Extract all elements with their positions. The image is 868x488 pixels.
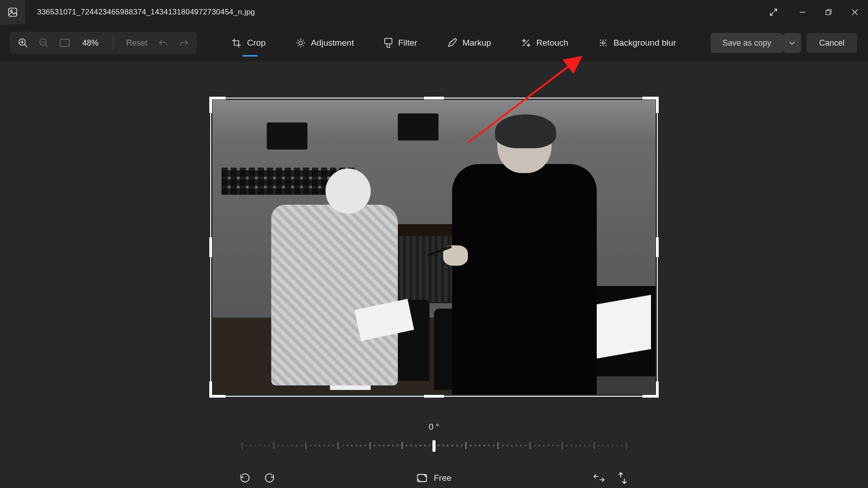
chevron-down-icon [788, 39, 796, 47]
rotate-ccw-button[interactable] [240, 472, 251, 484]
photo-app-icon [7, 7, 18, 18]
rotate-ccw-icon [240, 472, 251, 484]
svg-point-9 [600, 40, 601, 41]
editor-toolbar: 48% Reset Crop Adjustment Filter Markup [0, 24, 868, 61]
crop-handle-left[interactable] [209, 237, 212, 257]
svg-rect-3 [826, 11, 830, 15]
redo-icon [179, 38, 189, 48]
minimize-icon [799, 9, 806, 15]
crop-handle-top-right[interactable] [656, 97, 659, 113]
svg-point-17 [605, 45, 606, 46]
save-label: Save as copy [722, 38, 771, 48]
rotate-cw-icon [263, 472, 275, 484]
tab-adjustment[interactable]: Adjustment [295, 35, 355, 51]
rotation-thumb[interactable] [433, 440, 436, 452]
tab-filter[interactable]: Filter [383, 35, 418, 51]
filter-icon [384, 38, 393, 48]
svg-point-11 [605, 40, 606, 41]
tab-background-blur[interactable]: Background blur [597, 35, 677, 51]
svg-rect-0 [9, 8, 17, 16]
crop-handle-right[interactable] [656, 237, 659, 257]
undo-button[interactable] [158, 38, 168, 48]
tab-crop[interactable]: Crop [231, 35, 266, 51]
crop-bottom-controls: Free [240, 467, 628, 488]
svg-point-10 [603, 40, 604, 41]
tab-background-blur-label: Background blur [613, 38, 676, 48]
svg-point-7 [299, 41, 302, 45]
save-as-copy-button[interactable]: Save as copy [711, 33, 783, 53]
redo-button[interactable] [179, 38, 189, 48]
maximize-icon [826, 9, 832, 15]
crop-handle-bottom-left[interactable] [209, 381, 212, 398]
flip-vertical-icon [618, 472, 627, 484]
reset-button[interactable]: Reset [126, 38, 147, 48]
retouch-icon [521, 38, 531, 48]
editor-stage: 0 ° Free [0, 61, 868, 488]
expand-icon [769, 8, 778, 17]
crop-frame[interactable] [210, 98, 658, 397]
cancel-label: Cancel [819, 38, 844, 48]
flip-vertical-button[interactable] [617, 472, 628, 484]
rotate-cw-button[interactable] [263, 472, 275, 484]
aspect-label: Free [434, 473, 451, 483]
aspect-ratio-button[interactable]: Free [416, 473, 451, 483]
crop-handle-top-left[interactable] [209, 97, 212, 113]
close-button[interactable] [842, 0, 868, 24]
svg-point-12 [600, 42, 601, 43]
zoom-fit-button[interactable] [60, 38, 70, 48]
photo-preview[interactable] [212, 100, 656, 394]
app-icon[interactable] [0, 0, 25, 24]
aspect-icon [416, 473, 427, 483]
flip-horizontal-icon [593, 473, 605, 483]
background-blur-icon [598, 38, 608, 48]
crop-icon [231, 38, 241, 48]
fit-icon [60, 39, 70, 47]
fullscreen-button[interactable] [758, 0, 789, 24]
divider [113, 36, 113, 50]
edit-tabs: Crop Adjustment Filter Markup Retouch Ba… [197, 35, 711, 51]
adjustment-icon [296, 38, 306, 48]
maximize-button[interactable] [816, 0, 842, 24]
cancel-button[interactable]: Cancel [807, 33, 857, 53]
minimize-button[interactable] [789, 0, 816, 24]
title-bar: 336531071_724423465988374_14341318049727… [0, 0, 868, 24]
tab-adjustment-label: Adjustment [311, 38, 354, 48]
tab-markup[interactable]: Markup [446, 35, 492, 51]
save-options-button[interactable] [783, 33, 801, 53]
crop-handle-top[interactable] [424, 97, 444, 99]
svg-rect-8 [385, 38, 392, 44]
tab-filter-label: Filter [398, 38, 417, 48]
tab-markup-label: Markup [462, 38, 491, 48]
zoom-in-icon [18, 38, 28, 48]
action-buttons: Save as copy Cancel [711, 33, 868, 53]
svg-point-1 [10, 10, 12, 12]
zoom-cluster: 48% Reset [10, 32, 197, 54]
undo-icon [158, 38, 168, 48]
zoom-in-button[interactable] [18, 38, 28, 48]
crop-handle-bottom[interactable] [424, 395, 444, 398]
file-name: 336531071_724423465988374_14341318049727… [37, 8, 255, 17]
flip-horizontal-button[interactable] [593, 472, 605, 484]
svg-point-15 [600, 45, 601, 46]
zoom-out-button[interactable] [39, 38, 49, 48]
tab-retouch[interactable]: Retouch [520, 35, 569, 51]
close-icon [852, 9, 858, 15]
zoom-out-icon [39, 38, 49, 48]
svg-rect-6 [60, 39, 69, 47]
svg-point-14 [605, 42, 606, 43]
zoom-percent: 48% [82, 38, 99, 48]
markup-icon [447, 38, 457, 48]
rotation-ruler[interactable] [242, 440, 626, 451]
svg-point-13 [602, 42, 604, 44]
tab-retouch-label: Retouch [536, 38, 568, 48]
tab-crop-label: Crop [247, 38, 265, 48]
svg-point-16 [603, 45, 604, 46]
rotation-value: 0 ° [429, 422, 439, 432]
crop-handle-bottom-right[interactable] [656, 381, 659, 398]
